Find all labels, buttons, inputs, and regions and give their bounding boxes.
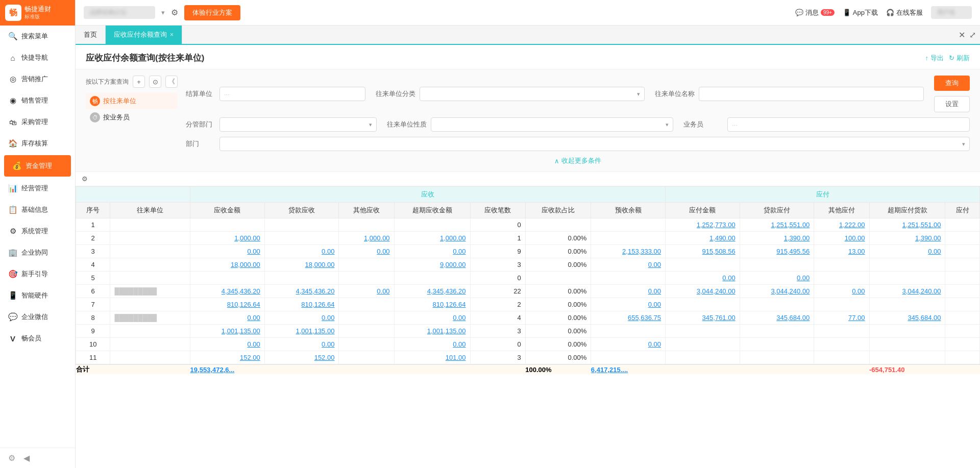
sidebar-item-inventory[interactable]: 🏠 库存核算 (0, 133, 75, 154)
cell-ap_amount[interactable]: 0.00 (666, 272, 740, 285)
solution-button[interactable]: 体验行业方案 (184, 5, 240, 20)
cell-ap_overdue[interactable]: 345,684.00 (869, 311, 945, 325)
online-service-action[interactable]: 🎧 在线客服 (886, 8, 923, 17)
cell-ap_overdue[interactable]: 0.00 (869, 245, 945, 258)
cell-ar_overdue[interactable]: 810,126.64 (394, 298, 470, 311)
message-action[interactable]: 💬 消息 99+ (795, 8, 835, 17)
collapse-button[interactable]: ∧ 收起更多条件 (554, 156, 601, 165)
footer-ar-amount[interactable]: 19,553,472,6... (190, 364, 265, 374)
footer-ar-advance[interactable]: 6,417,215.... (591, 364, 666, 374)
tab-close-window-icon[interactable]: ✕ (959, 30, 965, 40)
sidebar-item-finance[interactable]: 💰 资金管理 (4, 155, 71, 177)
partner-type-input[interactable]: ▾ (420, 87, 645, 101)
cell-ar_loan[interactable]: 4,345,436.20 (264, 285, 339, 298)
sidebar-item-sales[interactable]: ◉ 销售管理 (0, 90, 75, 111)
cell-ap_other[interactable]: 1,222.00 (814, 218, 869, 232)
cell-ap_other[interactable]: 13.00 (814, 245, 869, 258)
sidebar-item-enterprise[interactable]: 🏢 企业协同 (0, 242, 75, 263)
salesperson-input[interactable]: ··· (727, 117, 970, 132)
dept-input[interactable]: ▾ (219, 117, 377, 132)
cell-ap_amount[interactable]: 1,490.00 (666, 232, 740, 245)
cell-ar_loan[interactable]: 1,001,135.00 (264, 325, 339, 338)
cell-ar_amount[interactable]: 1,001,135.00 (190, 325, 265, 338)
sidebar-item-quick[interactable]: ⌂ 快捷导航 (0, 47, 75, 68)
cell-ap_overdue[interactable]: 1,251,551.00 (869, 218, 945, 232)
topbar-gear-icon[interactable]: ⚙ (171, 8, 178, 17)
cell-ar_amount[interactable]: 0.00 (190, 245, 265, 258)
cell-ar_advance[interactable]: 0.00 (591, 298, 666, 311)
cell-ar_loan[interactable]: 0.00 (264, 245, 339, 258)
cell-ar_loan[interactable]: 0.00 (264, 311, 339, 325)
collapse-scheme-icon[interactable]: 《 (165, 76, 178, 88)
cell-ap_loan[interactable]: 1,251,551.00 (740, 218, 814, 232)
cell-ap_amount[interactable]: 915,508.56 (666, 245, 740, 258)
cell-ap_amount[interactable]: 345,761.00 (666, 311, 740, 325)
cell-ap_other[interactable]: 100.00 (814, 232, 869, 245)
sidebar-item-guide[interactable]: 🎯 新手引导 (0, 263, 75, 285)
query-by-unit[interactable]: 畅 按往来单位 (86, 93, 178, 109)
cell-ar_other[interactable]: 0.00 (339, 245, 394, 258)
cell-ap_other[interactable]: 0.00 (814, 285, 869, 298)
cell-ar_overdue[interactable]: 0.00 (394, 338, 470, 351)
sidebar-item-operations[interactable]: 📊 经营管理 (0, 178, 75, 199)
cell-ar_amount[interactable]: 4,345,436.20 (190, 285, 265, 298)
partner-name-input[interactable] (699, 87, 924, 101)
query-by-staff[interactable]: ⏱ 按业务员 (86, 109, 178, 126)
cell-ar_overdue[interactable]: 1,000.00 (394, 232, 470, 245)
cell-ap_amount[interactable]: 1,252,773.00 (666, 218, 740, 232)
topbar-dropdown-arrow[interactable]: ▾ (161, 9, 165, 16)
cell-ar_amount[interactable]: 1,000.00 (190, 232, 265, 245)
cell-ap_overdue[interactable]: 1,390.00 (869, 232, 945, 245)
export-button[interactable]: ↑ 导出 (925, 54, 944, 63)
query-button[interactable]: 查询 (934, 76, 970, 91)
cell-ar_amount[interactable]: 18,000.00 (190, 258, 265, 272)
cell-ar_loan[interactable]: 152.00 (264, 351, 339, 365)
table-settings-icon[interactable]: ⚙ (82, 175, 88, 183)
sidebar-item-marketing[interactable]: ◎ 营销推广 (0, 68, 75, 90)
cell-ar_amount[interactable]: 152.00 (190, 351, 265, 365)
app-download-action[interactable]: 📱 App下载 (843, 8, 878, 17)
cell-ar_advance[interactable]: 0.00 (591, 258, 666, 272)
cell-ar_overdue[interactable]: 101.00 (394, 351, 470, 365)
cell-ap_other[interactable]: 77.00 (814, 311, 869, 325)
tab-close-icon[interactable]: × (170, 31, 174, 38)
cell-ap_loan[interactable]: 0.00 (740, 272, 814, 285)
refresh-button[interactable]: ↻ 刷新 (949, 54, 970, 63)
bottom-settings-icon[interactable]: ⚙ (8, 453, 15, 463)
cell-ap_loan[interactable]: 915,495.56 (740, 245, 814, 258)
sidebar-item-purchase[interactable]: 🛍 采购管理 (0, 111, 75, 133)
sidebar-item-wechat[interactable]: 💬 企业微信 (0, 306, 75, 328)
sidebar-item-system[interactable]: ⚙ 系统管理 (0, 220, 75, 242)
tab-home[interactable]: 首页 (76, 26, 106, 44)
settings-button[interactable]: 设置 (934, 96, 970, 112)
add-scheme-icon[interactable]: + (133, 76, 145, 88)
settlement-input[interactable]: ··· (219, 87, 365, 101)
cell-ar_overdue[interactable]: 0.00 (394, 311, 470, 325)
cell-ar_other[interactable]: 0.00 (339, 285, 394, 298)
cell-ar_overdue[interactable]: 9,000.00 (394, 258, 470, 272)
sidebar-item-member[interactable]: V 畅会员 (0, 328, 75, 349)
cell-ar_advance[interactable]: 655,636.75 (591, 311, 666, 325)
cell-ap_loan[interactable]: 1,390.00 (740, 232, 814, 245)
cell-ar_advance[interactable]: 0.00 (591, 338, 666, 351)
department-input[interactable]: ▾ (219, 137, 970, 151)
cell-ar_advance[interactable]: 2,153,333.00 (591, 245, 666, 258)
cell-ar_loan[interactable]: 810,126.64 (264, 298, 339, 311)
cell-ar_overdue[interactable]: 1,001,135.00 (394, 325, 470, 338)
partner-nature-input[interactable]: ▾ (431, 117, 673, 132)
cell-ar_amount[interactable]: 0.00 (190, 311, 265, 325)
cell-ap_loan[interactable]: 3,044,240.00 (740, 285, 814, 298)
cell-ar_overdue[interactable]: 4,345,436.20 (394, 285, 470, 298)
sidebar-item-basic[interactable]: 📋 基础信息 (0, 199, 75, 220)
cell-ar_overdue[interactable]: 0.00 (394, 245, 470, 258)
topbar-user[interactable]: 用户名 (931, 6, 972, 19)
sidebar-item-search[interactable]: 🔍 搜索菜单 (0, 26, 75, 47)
manage-scheme-icon[interactable]: ⊙ (149, 76, 161, 88)
cell-ar_amount[interactable]: 0.00 (190, 338, 265, 351)
tab-query[interactable]: 应收应付余额查询 × (106, 26, 182, 44)
cell-ap_amount[interactable]: 3,044,240.00 (666, 285, 740, 298)
bottom-collapse-icon[interactable]: ◀ (23, 453, 30, 463)
sidebar-item-hardware[interactable]: 📱 智能硬件 (0, 285, 75, 306)
cell-ap_overdue[interactable]: 3,044,240.00 (869, 285, 945, 298)
cell-ar_amount[interactable]: 810,126.64 (190, 298, 265, 311)
